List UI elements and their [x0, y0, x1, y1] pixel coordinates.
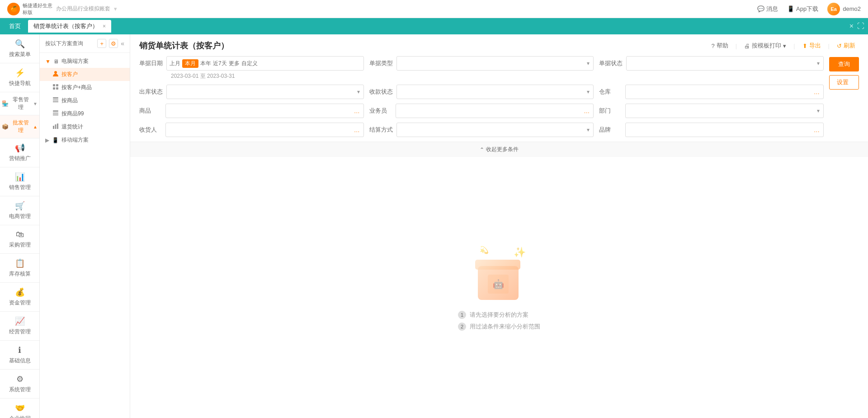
payment-select[interactable]: ▾: [396, 123, 594, 137]
brand-select[interactable]: …: [625, 123, 824, 137]
svg-rect-2: [56, 84, 58, 86]
sidebar-item-wholesale[interactable]: 📦 批发管理 ▲: [0, 115, 39, 138]
sidebar-label: 基础信息: [9, 357, 31, 365]
print-dropdown-icon: ▾: [783, 43, 786, 49]
sidebar-item-purchase[interactable]: 🛍 采购管理: [0, 225, 39, 254]
tab-maximize-button[interactable]: ⛶: [857, 22, 864, 30]
avatar: Ea: [827, 3, 840, 15]
mobile-icon: 📱: [52, 137, 59, 143]
collapse-label: 收起更多条件: [486, 146, 519, 153]
salesman-select[interactable]: …: [396, 104, 594, 118]
brand-dots[interactable]: …: [814, 127, 820, 133]
logo[interactable]: 🍊 畅捷通好生意 标版: [7, 2, 52, 15]
sidebar-item-search[interactable]: 🔍 搜索菜单: [0, 34, 39, 63]
dropdown-arrow: ▾: [587, 60, 590, 66]
date-tab-custom[interactable]: 自定义: [241, 60, 258, 67]
table-icon: [52, 97, 59, 104]
scheme-item-goods99[interactable]: 按商品99: [40, 107, 130, 120]
svg-rect-6: [53, 100, 58, 100]
system-icon: ⚙: [16, 374, 24, 384]
settings-scheme-button[interactable]: ⚙: [109, 39, 118, 48]
sidebar-item-marketing[interactable]: 📢 营销推广: [0, 138, 39, 167]
collect-status-select[interactable]: ▾: [396, 85, 594, 99]
warehouse-select[interactable]: …: [625, 85, 824, 99]
goods-label: 商品: [139, 107, 162, 115]
marketing-icon: 📢: [15, 143, 25, 153]
tip-num-1: 1: [458, 311, 466, 319]
out-status-select[interactable]: ▾: [166, 85, 364, 99]
inventory-icon: 📋: [15, 258, 25, 268]
sidebar-item-enterprise[interactable]: 🤝 企业协同: [0, 399, 39, 418]
empty-tip-2: 2 用过滤条件来缩小分析范围: [458, 323, 540, 331]
export-button[interactable]: ⬆ 导出: [799, 40, 825, 52]
receiver-dots[interactable]: …: [354, 127, 360, 133]
sidebar-item-inventory[interactable]: 📋 库存核算: [0, 254, 39, 283]
order-status-select[interactable]: ▾: [626, 56, 824, 71]
date-filter[interactable]: 上月 本月 本年 近7天 更多 自定义: [166, 56, 364, 71]
desktop-group-label[interactable]: ▼ 🖥 电脑端方案: [40, 55, 130, 68]
print-button[interactable]: 🖨 按模板打印 ▾: [741, 40, 790, 52]
user-area[interactable]: Ea demo2: [827, 3, 861, 15]
refresh-button[interactable]: ↺ 刷新: [833, 40, 859, 52]
mobile-group-label[interactable]: ▶ 📱 移动端方案: [40, 133, 130, 147]
sidebar-label: 采购管理: [9, 241, 31, 249]
settings-button[interactable]: 设置: [829, 75, 859, 90]
sidebar-label: 电商管理: [9, 213, 31, 220]
group-arrow-right: ▶: [45, 137, 49, 143]
scheme-item-by-goods[interactable]: 按商品: [40, 94, 130, 107]
sidebar-item-basic[interactable]: ℹ 基础信息: [0, 341, 39, 370]
operations-icon: 📈: [15, 316, 25, 326]
dept-select[interactable]: ▾: [625, 104, 824, 118]
sidebar-item-sales[interactable]: 📊 销售管理: [0, 167, 39, 196]
tab-close-button[interactable]: ×: [103, 23, 106, 29]
receiver-label: 收货人: [139, 126, 162, 134]
app-download-button[interactable]: 📱 App下载: [787, 5, 818, 13]
tab-home[interactable]: 首页: [4, 20, 26, 33]
sidebar-item-retail[interactable]: 🏪 零售管理 ▼: [0, 92, 39, 115]
retail-icon: 🏪: [2, 100, 9, 107]
ecom-icon: 🛒: [15, 201, 25, 211]
date-tab-7d[interactable]: 近7天: [213, 60, 227, 67]
date-tab-prev[interactable]: 上月: [170, 60, 180, 67]
goods-dots[interactable]: …: [354, 108, 360, 114]
sidebar-label: 系统管理: [9, 386, 31, 394]
sidebar-item-operations[interactable]: 📈 经营管理: [0, 312, 39, 341]
add-scheme-button[interactable]: +: [97, 39, 106, 48]
receiver-select[interactable]: …: [165, 123, 364, 137]
sidebar-item-quicknav[interactable]: ⚡ 快捷导航: [0, 63, 39, 92]
sidebar-item-ecom[interactable]: 🛒 电商管理: [0, 196, 39, 225]
logo-text: 畅捷通好生意 标版: [23, 2, 52, 15]
goods-select[interactable]: …: [165, 104, 364, 118]
scheme-item-return-stats[interactable]: 退货统计: [40, 120, 130, 133]
date-tab-year[interactable]: 本年: [200, 60, 211, 67]
help-icon: ?: [712, 43, 715, 49]
page-title: 销货单统计表（按客户）: [139, 40, 229, 51]
help-button[interactable]: ? 帮助: [708, 40, 732, 52]
query-button[interactable]: 查询: [829, 57, 859, 71]
tab-minimize-button[interactable]: ×: [849, 22, 854, 30]
scheme-item-customer-goods[interactable]: 按客户+商品: [40, 81, 130, 94]
sales-icon: 📊: [15, 172, 25, 182]
grid-icon: [52, 84, 59, 91]
message-icon: 💬: [757, 5, 764, 12]
date-tab-month[interactable]: 本月: [182, 59, 198, 68]
home-tab-label: 首页: [9, 22, 21, 30]
export-icon: ⬆: [802, 43, 807, 49]
collapse-scheme-button[interactable]: «: [121, 40, 124, 47]
tab-sales-stats[interactable]: 销货单统计表（按客户） ×: [28, 20, 111, 33]
collapse-bar[interactable]: ⌃ 收起更多条件: [130, 142, 868, 157]
date-tab-more[interactable]: 更多: [229, 60, 240, 67]
collapse-up-icon: ⌃: [480, 147, 484, 153]
order-type-select[interactable]: ▾: [396, 56, 594, 71]
svg-rect-4: [56, 87, 58, 90]
scheme-item-by-customer[interactable]: 按客户: [40, 68, 130, 81]
messages-button[interactable]: 💬 消息: [757, 5, 778, 13]
payment-arrow: ▾: [587, 127, 590, 133]
svg-rect-7: [53, 101, 58, 102]
sidebar-item-system[interactable]: ⚙ 系统管理: [0, 370, 39, 399]
mobile-group: ▶ 📱 移动端方案: [40, 133, 130, 147]
warehouse-dots[interactable]: …: [814, 89, 820, 95]
date-label: 单据日期: [139, 59, 163, 67]
salesman-dots[interactable]: …: [584, 108, 590, 114]
sidebar-item-finance[interactable]: 💰 资金管理: [0, 283, 39, 312]
